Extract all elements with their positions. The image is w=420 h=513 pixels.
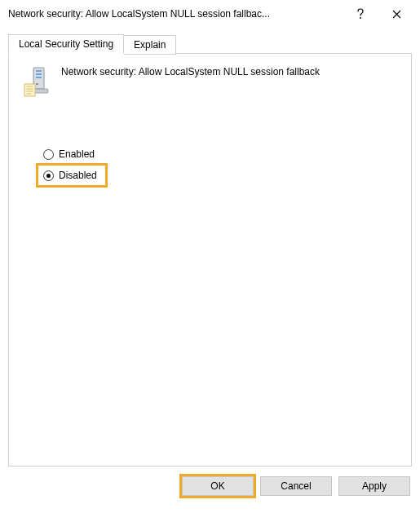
dialog-content: Local Security Setting Explain: [0, 28, 420, 467]
highlight-box: Disabled: [36, 163, 108, 188]
svg-rect-7: [36, 83, 38, 85]
button-label: Apply: [362, 480, 387, 492]
radio-enabled[interactable]: Enabled: [40, 145, 398, 163]
close-icon: [392, 10, 401, 19]
tab-strip: Local Security Setting Explain: [8, 34, 412, 54]
policy-icon: [22, 65, 51, 98]
window-title: Network security: Allow LocalSystem NULL…: [8, 8, 342, 20]
tabs-container: Local Security Setting Explain: [8, 34, 412, 467]
radio-label: Disabled: [59, 170, 97, 181]
dialog-button-row: OK Cancel Apply: [0, 467, 420, 506]
svg-rect-5: [36, 73, 42, 75]
tab-panel-local: Network security: Allow LocalSystem NULL…: [8, 53, 412, 467]
policy-header: Network security: Allow LocalSystem NULL…: [22, 65, 398, 98]
button-label: OK: [210, 480, 224, 492]
radio-group: Enabled Disabled: [40, 145, 398, 188]
svg-rect-4: [36, 70, 42, 72]
tab-local-security-setting[interactable]: Local Security Setting: [8, 34, 124, 54]
tab-label: Local Security Setting: [19, 38, 113, 50]
server-policy-icon: [22, 65, 51, 98]
close-button[interactable]: [378, 2, 415, 26]
radio-circle-selected-icon: [43, 170, 54, 181]
button-label: Cancel: [281, 480, 311, 492]
svg-rect-6: [36, 77, 42, 78]
tab-explain[interactable]: Explain: [124, 35, 176, 55]
tab-label: Explain: [134, 39, 166, 51]
title-bar: Network security: Allow LocalSystem NULL…: [0, 0, 420, 28]
help-icon: [356, 8, 365, 20]
policy-title: Network security: Allow LocalSystem NULL…: [61, 65, 320, 77]
radio-disabled[interactable]: Disabled: [40, 166, 100, 184]
ok-button[interactable]: OK: [182, 476, 254, 496]
radio-circle-icon: [43, 149, 54, 160]
apply-button[interactable]: Apply: [338, 476, 410, 496]
svg-point-0: [360, 17, 361, 19]
radio-label: Enabled: [59, 148, 95, 160]
help-button[interactable]: [342, 2, 378, 26]
cancel-button[interactable]: Cancel: [260, 476, 332, 496]
